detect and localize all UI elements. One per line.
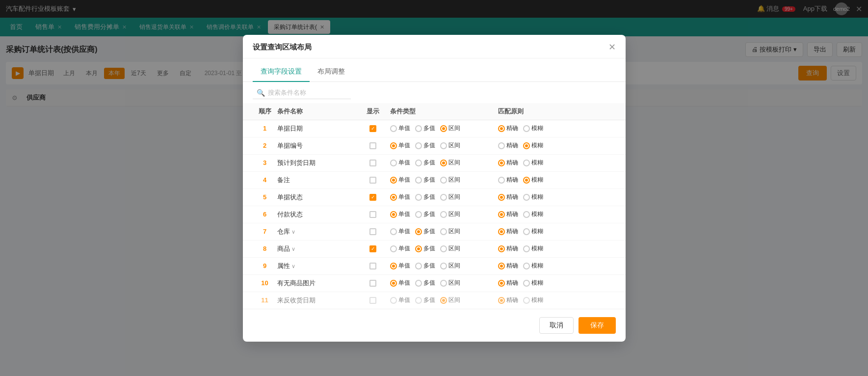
- col-order-header: 顺序: [253, 107, 277, 116]
- type-radio-range[interactable]: 区间: [440, 210, 460, 218]
- row-match: 精确 模糊: [498, 193, 577, 201]
- row-order: 8: [253, 245, 277, 252]
- row-display[interactable]: [356, 194, 390, 201]
- match-radio-exact[interactable]: 精确: [498, 141, 518, 150]
- search-wrapper: 🔍: [253, 87, 351, 99]
- row-display[interactable]: [356, 245, 390, 252]
- display-checkbox[interactable]: [369, 297, 376, 304]
- cancel-button[interactable]: 取消: [539, 317, 574, 334]
- match-radio-exact[interactable]: 精确: [498, 296, 518, 304]
- type-radio-single[interactable]: 单值: [390, 244, 410, 253]
- match-radio-fuzzy[interactable]: 模糊: [523, 159, 543, 167]
- match-radio-exact[interactable]: 精确: [498, 262, 518, 270]
- type-radio-single[interactable]: 单值: [390, 227, 410, 236]
- row-type: 单值 多值 区间: [390, 279, 498, 287]
- col-display-header: 显示: [356, 107, 390, 116]
- match-radio-exact[interactable]: 精确: [498, 159, 518, 167]
- type-radio-single[interactable]: 单值: [390, 159, 410, 167]
- type-radio-single[interactable]: 单值: [390, 141, 410, 150]
- type-radio-range[interactable]: 区间: [440, 141, 460, 150]
- match-radio-exact[interactable]: 精确: [498, 193, 518, 201]
- type-radio-single[interactable]: 单值: [390, 210, 410, 218]
- match-radio-fuzzy[interactable]: 模糊: [523, 279, 543, 287]
- type-radio-single[interactable]: 单值: [390, 262, 410, 270]
- type-radio-multi[interactable]: 多值: [415, 141, 435, 150]
- row-order: 2: [253, 142, 277, 149]
- match-radio-fuzzy[interactable]: 模糊: [523, 176, 543, 184]
- display-checkbox[interactable]: [369, 177, 376, 184]
- table-row: 10 有无商品图片 单值 多值: [243, 275, 626, 292]
- row-display[interactable]: [356, 263, 390, 269]
- row-type: 单值 多值 区间: [390, 176, 498, 184]
- match-radio-fuzzy[interactable]: 模糊: [523, 141, 543, 150]
- display-checkbox[interactable]: [369, 263, 376, 269]
- type-radio-multi[interactable]: 多值: [415, 262, 435, 270]
- match-radio-fuzzy[interactable]: 模糊: [523, 262, 543, 270]
- type-radio-range[interactable]: 区间: [440, 159, 460, 167]
- display-checkbox[interactable]: [369, 125, 376, 132]
- display-checkbox[interactable]: [369, 211, 376, 218]
- type-radio-single[interactable]: 单值: [390, 279, 410, 287]
- match-radio-exact[interactable]: 精确: [498, 279, 518, 287]
- expand-icon: ∨: [291, 246, 295, 252]
- row-display[interactable]: [356, 142, 390, 149]
- row-match: 精确 模糊: [498, 176, 577, 184]
- row-display[interactable]: [356, 160, 390, 166]
- tab-layout-adjust[interactable]: 布局调整: [310, 64, 353, 82]
- match-radio-fuzzy[interactable]: 模糊: [523, 193, 543, 201]
- match-radio-exact[interactable]: 精确: [498, 227, 518, 236]
- type-radio-single[interactable]: 单值: [390, 296, 410, 304]
- type-radio-range[interactable]: 区间: [440, 124, 460, 133]
- type-radio-range[interactable]: 区间: [440, 193, 460, 201]
- save-button[interactable]: 保存: [579, 317, 616, 334]
- type-radio-multi[interactable]: 多值: [415, 210, 435, 218]
- match-radio-fuzzy[interactable]: 模糊: [523, 124, 543, 133]
- row-display[interactable]: [356, 228, 390, 235]
- type-radio-range[interactable]: 区间: [440, 244, 460, 253]
- display-checkbox[interactable]: [369, 280, 376, 287]
- type-radio-range[interactable]: 区间: [440, 279, 460, 287]
- row-display[interactable]: [356, 280, 390, 287]
- type-radio-multi[interactable]: 多值: [415, 279, 435, 287]
- display-checkbox[interactable]: [369, 245, 376, 252]
- match-radio-fuzzy[interactable]: 模糊: [523, 210, 543, 218]
- row-match: 精确 模糊: [498, 262, 577, 270]
- display-checkbox[interactable]: [369, 228, 376, 235]
- match-radio-exact[interactable]: 精确: [498, 210, 518, 218]
- row-order: 6: [253, 211, 277, 218]
- table-row: 4 备注 单值 多值: [243, 172, 626, 189]
- type-radio-multi[interactable]: 多值: [415, 296, 435, 304]
- row-display[interactable]: [356, 297, 390, 304]
- row-name: 单据编号: [277, 141, 356, 150]
- type-radio-single[interactable]: 单值: [390, 124, 410, 133]
- row-display[interactable]: [356, 177, 390, 184]
- type-radio-single[interactable]: 单值: [390, 176, 410, 184]
- row-display[interactable]: [356, 211, 390, 218]
- display-checkbox[interactable]: [369, 142, 376, 149]
- type-radio-multi[interactable]: 多值: [415, 227, 435, 236]
- type-radio-multi[interactable]: 多值: [415, 159, 435, 167]
- match-radio-exact[interactable]: 精确: [498, 176, 518, 184]
- type-radio-range[interactable]: 区间: [440, 227, 460, 236]
- type-radio-range[interactable]: 区间: [440, 176, 460, 184]
- search-input[interactable]: [268, 89, 346, 96]
- match-radio-exact[interactable]: 精确: [498, 124, 518, 133]
- tab-query-fields[interactable]: 查询字段设置: [253, 64, 310, 82]
- match-radio-fuzzy[interactable]: 模糊: [523, 296, 543, 304]
- row-order: 3: [253, 159, 277, 166]
- search-icon: 🔍: [257, 89, 265, 97]
- type-radio-range[interactable]: 区间: [440, 296, 460, 304]
- modal-close-button[interactable]: ✕: [608, 43, 616, 52]
- type-radio-single[interactable]: 单值: [390, 193, 410, 201]
- match-radio-exact[interactable]: 精确: [498, 244, 518, 253]
- row-display[interactable]: [356, 125, 390, 132]
- display-checkbox[interactable]: [369, 160, 376, 166]
- type-radio-multi[interactable]: 多值: [415, 244, 435, 253]
- match-radio-fuzzy[interactable]: 模糊: [523, 244, 543, 253]
- display-checkbox[interactable]: [369, 194, 376, 201]
- type-radio-multi[interactable]: 多值: [415, 124, 435, 133]
- type-radio-multi[interactable]: 多值: [415, 193, 435, 201]
- type-radio-multi[interactable]: 多值: [415, 176, 435, 184]
- type-radio-range[interactable]: 区间: [440, 262, 460, 270]
- match-radio-fuzzy[interactable]: 模糊: [523, 227, 543, 236]
